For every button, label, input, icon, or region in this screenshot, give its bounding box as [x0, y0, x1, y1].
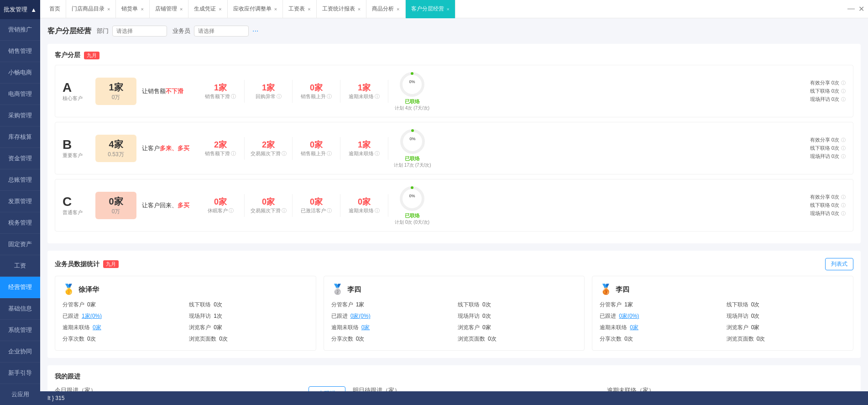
salesperson-card-2: 🥉李四分管客户1家线下联络0次已跟进0家(0%)现场拜访0次逾期未联络0家浏览客…: [592, 276, 853, 351]
salesperson-card-1: 🥈李四分管客户1家线下联络0次已跟进0家(0%)现场拜访0次逾期未联络0家浏览客…: [324, 276, 585, 351]
info-icon[interactable]: ⓘ: [841, 145, 846, 152]
sidebar-item-云应用[interactable]: 云应用: [0, 384, 40, 405]
tier-divider: [244, 80, 245, 103]
sidebar-item-采购管理[interactable]: 采购管理: [0, 105, 40, 126]
sidebar-item-企业协同[interactable]: 企业协同: [0, 341, 40, 363]
right-stat-item: 有效分享 0次 ⓘ: [810, 79, 846, 86]
dept-select[interactable]: [112, 26, 167, 37]
tier-stat-num: 0家: [310, 196, 323, 207]
tab-客户分层经营[interactable]: 客户分层经营×: [406, 0, 455, 18]
info-icon[interactable]: ⓘ: [841, 137, 846, 143]
stats-title-group: 业务员数据统计 九月: [55, 260, 119, 268]
salesperson-stat-row: 分管客户0家: [63, 301, 182, 309]
info-icon[interactable]: ⓘ: [282, 207, 287, 214]
info-icon[interactable]: ⓘ: [841, 202, 846, 209]
tier-letter: B: [63, 137, 90, 152]
stat-value[interactable]: 0家(0%): [350, 312, 371, 320]
sidebar-header[interactable]: 批发管理 ▲: [0, 0, 40, 19]
tier-stat-2: 0家销售额上升 ⓘ: [298, 139, 335, 157]
sidebar-item-发票管理[interactable]: 发票管理: [0, 191, 40, 212]
sidebar-collapse-icon[interactable]: ▲: [31, 6, 37, 13]
goto-followup-button[interactable]: 去跟进: [309, 386, 345, 391]
tab-门店商品目录[interactable]: 门店商品目录×: [66, 0, 116, 18]
info-icon[interactable]: ⓘ: [841, 80, 846, 86]
info-icon[interactable]: ⓘ: [375, 93, 380, 100]
sidebar-item-基础信息[interactable]: 基础信息: [0, 298, 40, 320]
info-icon[interactable]: ⓘ: [231, 93, 236, 100]
tab-close-icon[interactable]: ×: [397, 6, 399, 12]
tab-bar: 首页门店商品目录×销货单×店铺管理×生成凭证×应收应付调整单×工资表×工资统计报…: [40, 0, 868, 18]
circle-label: 已联络: [405, 212, 420, 219]
right-stat-item: 现场拜访 0次 ⓘ: [810, 210, 846, 217]
stat-value: 0家: [214, 324, 222, 331]
tab-close-icon[interactable]: ×: [180, 6, 183, 12]
tab-生成凭证[interactable]: 生成凭证×: [188, 0, 227, 18]
tab-工资表[interactable]: 工资表×: [283, 0, 316, 18]
tier-stat-1: 1家回购异常 ⓘ: [250, 82, 287, 100]
tab-工资统计报表[interactable]: 工资统计报表×: [317, 0, 366, 18]
tier-name: 重要客户: [63, 152, 90, 159]
salesperson-section-header: 业务员数据统计 九月 列表式: [55, 258, 853, 270]
salesperson-stat-row: 浏览页面数0次: [727, 335, 846, 343]
tab-close-icon[interactable]: ×: [358, 6, 361, 12]
sidebar-item-总账管理[interactable]: 总账管理: [0, 169, 40, 191]
tab-actions: — ✕: [847, 5, 864, 13]
info-icon[interactable]: ⓘ: [375, 150, 380, 157]
circle-progress-svg: 0%: [399, 128, 426, 155]
stat-value: 0次: [488, 335, 497, 343]
tab-close-icon[interactable]: ×: [107, 6, 110, 12]
tab-店铺管理[interactable]: 店铺管理×: [150, 0, 188, 18]
info-icon[interactable]: ⓘ: [229, 207, 234, 214]
sidebar-item-税务管理[interactable]: 税务管理: [0, 212, 40, 234]
tab-close-icon[interactable]: ×: [219, 6, 221, 12]
tier-stat-num: 2家: [214, 139, 227, 150]
sidebar-item-新手引导[interactable]: 新手引导: [0, 363, 40, 384]
stat-value[interactable]: 0家: [93, 324, 101, 331]
tab-应收应付调整单[interactable]: 应收应付调整单×: [228, 0, 283, 18]
salesperson-stat-row: 分享次数0次: [600, 335, 719, 343]
info-icon[interactable]: ⓘ: [327, 207, 332, 214]
list-view-button[interactable]: 列表式: [825, 258, 853, 270]
stat-label: 分享次数: [331, 335, 353, 343]
stat-value[interactable]: 0家(0%): [619, 312, 639, 320]
stat-value[interactable]: 0家: [361, 324, 370, 331]
sidebar-item-库存核算[interactable]: 库存核算: [0, 126, 40, 148]
medal-icon: 🥇: [63, 284, 75, 295]
tab-close-icon[interactable]: ×: [141, 6, 143, 12]
sidebar-item-销售管理[interactable]: 销售管理: [0, 41, 40, 62]
more-options-icon[interactable]: ···: [252, 27, 258, 35]
info-icon[interactable]: ⓘ: [841, 153, 846, 160]
sidebar-item-固定资产[interactable]: 固定资产: [0, 234, 40, 255]
info-icon[interactable]: ⓘ: [282, 150, 287, 157]
info-icon[interactable]: ⓘ: [841, 96, 846, 103]
tab-商品分析[interactable]: 商品分析×: [366, 0, 405, 18]
sidebar-item-小畅电商[interactable]: 小畅电商: [0, 62, 40, 84]
salesperson-select[interactable]: [194, 26, 249, 37]
info-icon[interactable]: ⓘ: [327, 93, 332, 100]
window-close-icon[interactable]: ✕: [858, 5, 864, 13]
sidebar-item-经营管理[interactable]: 经营管理: [0, 277, 40, 298]
info-icon[interactable]: ⓘ: [231, 150, 236, 157]
info-icon[interactable]: ⓘ: [841, 194, 846, 200]
sidebar-item-营销推广[interactable]: 营销推广: [0, 19, 40, 41]
tab-销货单[interactable]: 销货单×: [116, 0, 149, 18]
info-icon[interactable]: ⓘ: [277, 93, 282, 100]
tab-close-icon[interactable]: ×: [447, 6, 450, 12]
sidebar-item-系统管理[interactable]: 系统管理: [0, 320, 40, 341]
info-icon[interactable]: ⓘ: [841, 210, 846, 217]
stat-value[interactable]: 1家(0%): [82, 312, 102, 320]
info-icon[interactable]: ⓘ: [375, 207, 380, 214]
tab-close-icon[interactable]: ×: [274, 6, 277, 12]
sidebar-item-电商管理[interactable]: 电商管理: [0, 84, 40, 105]
stat-value[interactable]: 0家: [630, 324, 638, 331]
window-minimize-icon[interactable]: —: [847, 5, 855, 13]
tab-首页[interactable]: 首页: [44, 0, 66, 18]
info-icon[interactable]: ⓘ: [841, 88, 846, 95]
tab-close-icon[interactable]: ×: [308, 6, 310, 12]
tier-stat-num: 1家: [214, 82, 227, 93]
stat-label: 逾期未联络: [600, 324, 627, 331]
sidebar-item-资金管理[interactable]: 资金管理: [0, 148, 40, 169]
tier-slogan: 让客户回来、多买: [142, 201, 197, 210]
sidebar-item-工资[interactable]: 工资: [0, 255, 40, 277]
info-icon[interactable]: ⓘ: [327, 150, 332, 157]
